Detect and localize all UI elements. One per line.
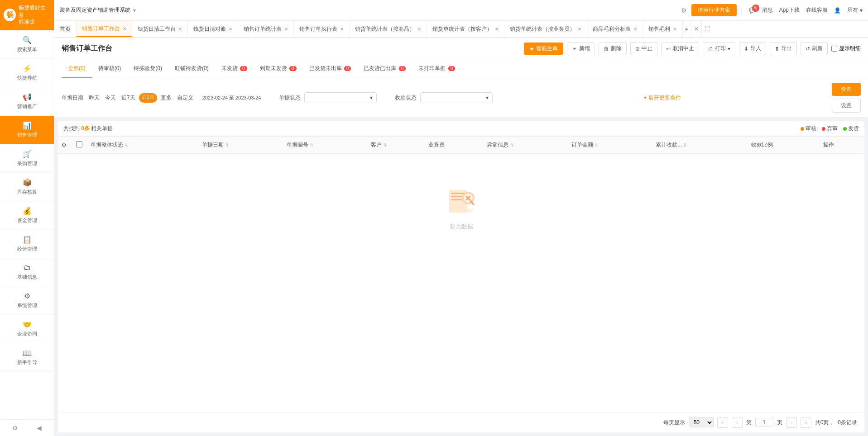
add-btn[interactable]: ＋ 新增 xyxy=(567,42,595,55)
date-yesterday[interactable]: 昨天 xyxy=(87,93,101,103)
export-btn[interactable]: ⬆ 导出 xyxy=(770,42,797,55)
user-menu[interactable]: 用友 ▾ xyxy=(847,6,863,14)
date-custom[interactable]: 自定义 xyxy=(175,93,195,103)
column-settings-icon[interactable]: ⚙ xyxy=(62,142,67,148)
filter-tab-not-printed[interactable]: 未打印单据 0 xyxy=(412,60,461,78)
setting-btn[interactable]: 设置 xyxy=(832,99,861,113)
smart-create-btn[interactable]: ★ 智能生单 xyxy=(524,43,563,55)
show-detail-label[interactable]: 显示明细 xyxy=(831,45,861,52)
filter-tab-expired-not-shipped[interactable]: 到期未发货 0 xyxy=(254,60,303,78)
cancel-stop-btn[interactable]: ↩ 取消中止 xyxy=(661,42,699,55)
sidebar-item-marketing[interactable]: 📢 营销推广 xyxy=(0,87,54,116)
filter-tab-pending-review[interactable]: 待审核(0) xyxy=(92,60,128,78)
sidebar-item-operation[interactable]: 📋 经营管理 xyxy=(0,230,54,258)
industry-btn[interactable]: 体验行业方案 xyxy=(691,4,737,16)
page-size-select[interactable]: 50 20 100 xyxy=(689,417,714,427)
unreview-op[interactable]: 弃审 xyxy=(822,125,838,133)
tab-close-sales-profit[interactable]: ✕ xyxy=(673,27,676,32)
sort-amount-icon[interactable]: ⇅ xyxy=(595,142,598,147)
print-btn[interactable]: 🖨 打印 ▾ xyxy=(703,42,735,55)
last-page-btn[interactable]: » xyxy=(801,417,811,428)
date-1month[interactable]: 近1月 xyxy=(139,93,157,103)
current-page-input[interactable] xyxy=(755,418,773,427)
status-select[interactable] xyxy=(304,92,377,103)
select-all-checkbox[interactable] xyxy=(76,141,82,147)
sort-date-icon[interactable]: ⇅ xyxy=(225,142,229,147)
sidebar-item-finance[interactable]: 💰 资金管理 xyxy=(0,201,54,230)
sidebar-item-purchase[interactable]: 🛒 采购管理 xyxy=(0,144,54,173)
tab-cash-daily[interactable]: 钱货日清工作台 ✕ xyxy=(132,21,188,37)
sidebar-collapse-icon[interactable]: ◀ xyxy=(37,424,42,431)
total-records: 共0页， xyxy=(815,419,834,427)
search-bar: 单据日期 昨天 今天 近7天 近1月 更多 自定义 2023-02-24 至 2… xyxy=(54,78,868,118)
tab-more-btn[interactable]: ▸ xyxy=(682,21,691,37)
tab-sales-stat[interactable]: 销售订单统计表 ✕ xyxy=(238,21,294,37)
message-wrapper[interactable]: 💬 6 xyxy=(749,7,756,14)
page-label-before: 第 xyxy=(746,419,752,427)
tab-sales-exec[interactable]: 销售订单执行表 ✕ xyxy=(294,21,350,37)
app-download-link[interactable]: App下载 xyxy=(779,6,800,14)
filter-tab-not-shipped[interactable]: 未发货 0 xyxy=(215,60,254,78)
cart-icon: 🛒 xyxy=(23,150,32,158)
tab-close-product-margin[interactable]: ✕ xyxy=(633,27,637,32)
tab-sales-summary-product[interactable]: 销货单统计表（按商品） ✕ xyxy=(350,21,427,37)
show-detail-checkbox[interactable] xyxy=(831,46,837,52)
sidebar-item-quick-nav[interactable]: ⚡ 快捷导航 xyxy=(0,59,54,87)
tab-sales-summary-customer[interactable]: 销货单统计表（按客户） ✕ xyxy=(427,21,504,37)
tab-close-cash-daily[interactable]: ✕ xyxy=(178,27,182,32)
tab-cash-reconcile[interactable]: 钱货日清对账 ✕ xyxy=(188,21,238,37)
import-btn[interactable]: ⬇ 导入 xyxy=(739,42,766,55)
sort-customer-icon[interactable]: ⇅ xyxy=(383,142,387,147)
stop-btn[interactable]: ⊘ 中止 xyxy=(630,42,657,55)
tab-close-sales-exec[interactable]: ✕ xyxy=(340,27,344,32)
filter-tab-all[interactable]: 全部(0) xyxy=(62,60,92,78)
status-label: 单据状态 xyxy=(279,94,301,102)
payment-select[interactable] xyxy=(420,92,493,103)
first-page-btn[interactable]: « xyxy=(717,417,728,428)
sidebar-settings-icon[interactable]: ⚙ xyxy=(12,424,18,431)
sidebar-item-sales[interactable]: 📊 销售管理 xyxy=(0,116,54,144)
tab-close-sales-summary-customer[interactable]: ✕ xyxy=(495,27,499,32)
tab-close-sales-summary-product[interactable]: ✕ xyxy=(417,27,421,32)
sidebar-item-search[interactable]: 🔍 搜索菜单 xyxy=(0,30,54,59)
filter-tab-pending-check[interactable]: 待拣验货(0) xyxy=(127,60,168,78)
expand-more-btn[interactable]: ▾ 展开更多条件 xyxy=(644,94,681,102)
query-btn[interactable]: 查询 xyxy=(832,83,861,96)
topbar-gear-icon[interactable]: ⚙ xyxy=(681,7,687,14)
date-more[interactable]: 更多 xyxy=(159,93,173,103)
sidebar-item-system[interactable]: ⚙ 系统管理 xyxy=(0,286,54,315)
tab-sales-profit[interactable]: 销售毛利 ✕ xyxy=(643,21,682,37)
refresh-btn[interactable]: ↺ 刷新 xyxy=(801,42,828,55)
prev-page-btn[interactable]: ‹ xyxy=(732,417,743,428)
sort-abnormal-icon[interactable]: ⇅ xyxy=(510,142,513,147)
online-service-link[interactable]: 在线客服 xyxy=(806,6,828,14)
sort-number-icon[interactable]: ⇅ xyxy=(310,142,313,147)
sort-status-icon[interactable]: ⇅ xyxy=(125,142,128,147)
tab-sales-summary-staff[interactable]: 销货单统计表（按业务员） ✕ xyxy=(504,21,587,37)
sidebar-item-base-info[interactable]: 🗂 基础信息 xyxy=(0,258,54,286)
tab-close-sales-summary-staff[interactable]: ✕ xyxy=(578,27,581,32)
filter-tab-wangpu[interactable]: 旺铺待发货(0) xyxy=(168,60,215,78)
tab-sales-workbench[interactable]: 销售订单工作台 ✕ xyxy=(77,21,132,37)
date-today[interactable]: 今天 xyxy=(103,93,118,103)
tab-close-sales-workbench[interactable]: ✕ xyxy=(123,26,126,31)
tab-home[interactable]: 首页 xyxy=(54,21,77,37)
ship-op[interactable]: 发货 xyxy=(843,125,859,133)
tab-close-cash-reconcile[interactable]: ✕ xyxy=(229,27,232,32)
sidebar-item-guide[interactable]: 📖 新手引导 xyxy=(0,343,54,372)
tab-close-all-btn[interactable]: ✕ xyxy=(691,21,701,37)
delete-btn[interactable]: 🗑 删除 xyxy=(599,42,627,55)
handshake-icon: 🤝 xyxy=(23,320,32,329)
sidebar-item-inventory[interactable]: 📦 库存核算 xyxy=(0,173,54,201)
tab-fullscreen-btn[interactable]: ⛶ xyxy=(701,21,713,37)
tab-product-margin[interactable]: 商品毛利分析表 ✕ xyxy=(587,21,643,37)
date-7days[interactable]: 近7天 xyxy=(120,93,137,103)
tab-close-sales-stat[interactable]: ✕ xyxy=(284,27,288,32)
filter-tab-shipped-out[interactable]: 已发货已出库 0 xyxy=(357,60,412,78)
next-page-btn[interactable]: › xyxy=(786,417,797,428)
money-icon: 💰 xyxy=(23,207,32,215)
review-op[interactable]: 审核 xyxy=(801,125,816,133)
filter-tab-shipped-not-out[interactable]: 已发货未出库 0 xyxy=(303,60,358,78)
sort-received-icon[interactable]: ⇅ xyxy=(683,142,687,147)
sidebar-item-collab[interactable]: 🤝 企业协同 xyxy=(0,315,54,343)
